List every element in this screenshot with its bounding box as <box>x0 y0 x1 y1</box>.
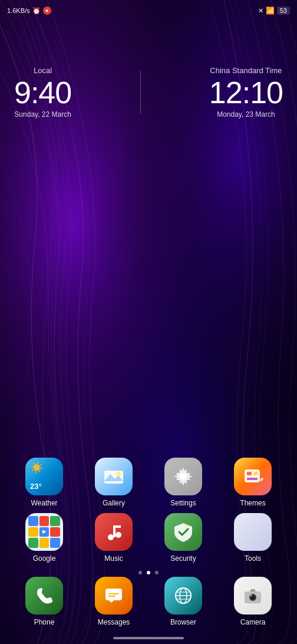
google-icon: ▶ <box>25 513 63 551</box>
phone-icon <box>25 577 63 615</box>
app-row-1: ☀️ 23° Weather Gallery <box>0 458 297 507</box>
messages-icon <box>95 577 133 615</box>
status-left: 1.6KB/s ⏰ ● <box>7 6 51 15</box>
sim-icon: ✕ <box>258 7 263 15</box>
music-label: Music <box>104 554 123 563</box>
security-icon <box>164 513 202 551</box>
clock-cst: China Standard Time 12:10 Monday, 23 Mar… <box>209 66 283 119</box>
page-dot-3[interactable] <box>155 571 159 574</box>
clock-cst-label: China Standard Time <box>209 66 283 75</box>
themes-label: Themes <box>240 499 265 507</box>
app-music[interactable]: Music <box>87 513 140 563</box>
svg-point-29 <box>250 595 252 597</box>
alarm-icon: ⏰ <box>32 7 41 15</box>
clock-divider <box>140 71 141 114</box>
network-speed: 1.6KB/s <box>7 7 30 14</box>
tools-label: Tools <box>245 554 261 563</box>
status-right: ✕ 📶 53 <box>258 6 290 15</box>
dock-browser[interactable]: Browser <box>157 577 210 626</box>
notification-icon: ● <box>43 6 51 15</box>
svg-point-14 <box>116 532 121 538</box>
status-bar: 1.6KB/s ⏰ ● ✕ 📶 53 <box>0 0 297 19</box>
svg-rect-30 <box>258 593 259 595</box>
weather-label: Weather <box>31 499 57 507</box>
svg-marker-18 <box>109 600 114 603</box>
camera-label: Camera <box>240 618 266 626</box>
page-dot-1[interactable] <box>138 571 142 574</box>
svg-rect-11 <box>254 472 258 475</box>
app-themes[interactable]: Themes <box>226 458 279 507</box>
settings-icon <box>164 458 202 495</box>
svg-point-7 <box>116 472 121 477</box>
svg-rect-16 <box>113 525 121 528</box>
dock-camera[interactable]: Camera <box>226 577 279 626</box>
home-indicator[interactable] <box>113 637 184 639</box>
svg-rect-20 <box>108 596 116 597</box>
clock-local: Local 9:40 Sunday, 22 March <box>14 66 71 119</box>
clock-cst-time: 12:10 <box>209 77 283 108</box>
app-grid: ☀️ 23° Weather Gallery <box>0 458 297 567</box>
dock-phone[interactable]: Phone <box>18 577 71 626</box>
app-google[interactable]: ▶ Google <box>18 513 71 563</box>
app-tools[interactable]: Tools <box>226 513 279 563</box>
clock-local-label: Local <box>14 66 71 75</box>
google-label: Google <box>33 554 56 563</box>
themes-app-icon <box>234 458 272 495</box>
weather-icon: ☀️ 23° <box>25 458 63 495</box>
svg-rect-19 <box>108 593 119 594</box>
messages-label: Messages <box>98 618 130 626</box>
svg-rect-10 <box>247 472 252 475</box>
settings-label: Settings <box>170 499 196 507</box>
gallery-label: Gallery <box>103 499 125 507</box>
dual-clock: Local 9:40 Sunday, 22 March China Standa… <box>0 54 297 119</box>
dock: Phone Messages Browser <box>0 577 297 626</box>
dock-messages[interactable]: Messages <box>87 577 140 626</box>
svg-rect-12 <box>247 478 258 480</box>
app-security[interactable]: Security <box>157 513 210 563</box>
clock-local-time: 9:40 <box>14 77 71 108</box>
page-dot-2[interactable] <box>147 571 150 574</box>
svg-rect-5 <box>104 471 123 484</box>
page-indicators <box>0 571 297 574</box>
camera-icon <box>234 577 272 615</box>
wifi-icon: 📶 <box>266 6 275 15</box>
clock-local-date: Sunday, 22 March <box>14 110 71 119</box>
battery-icon: 53 <box>277 6 290 15</box>
app-settings[interactable]: Settings <box>157 458 210 507</box>
app-weather[interactable]: ☀️ 23° Weather <box>18 458 71 507</box>
security-label: Security <box>170 554 196 563</box>
clock-cst-date: Monday, 23 March <box>209 110 283 119</box>
browser-label: Browser <box>170 618 196 626</box>
gallery-icon <box>95 458 133 495</box>
app-gallery[interactable]: Gallery <box>87 458 140 507</box>
svg-rect-9 <box>245 469 260 482</box>
browser-icon <box>164 577 202 615</box>
music-icon <box>95 513 133 551</box>
tools-icon <box>234 513 272 551</box>
phone-label: Phone <box>34 618 55 626</box>
app-row-2: ▶ Google Music <box>0 513 297 563</box>
svg-point-13 <box>108 534 114 540</box>
